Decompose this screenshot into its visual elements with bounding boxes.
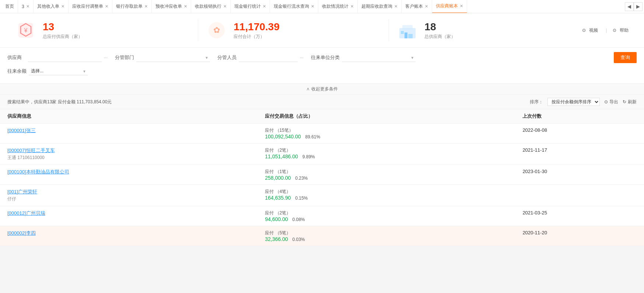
close-icon[interactable]: ✕ [425, 4, 428, 9]
nav-tab-other-income[interactable]: 其他收入单 ✕ [34, 0, 69, 13]
nav-tab-3[interactable]: 3 ✕ [18, 0, 34, 13]
filter-balance: 往来余额 选择... ▼ [7, 67, 88, 75]
supplier-contact: 王通 17106110000 [7, 155, 250, 161]
sort-select[interactable]: 按应付余额倒序排序 [547, 98, 600, 106]
refresh-button[interactable]: ↻ 刷新 [623, 99, 637, 105]
close-icon[interactable]: ✕ [223, 4, 227, 9]
tx-info-cell: 应付 （4笔）164,635.900.15% [258, 185, 515, 206]
tx-amount[interactable]: 94,600.00 [265, 216, 288, 222]
refresh-icon: ↻ [623, 99, 626, 104]
video-link[interactable]: ⊙ 视频 [582, 28, 600, 33]
payable-total-icon: ✿ [206, 19, 228, 41]
supplier-link[interactable]: [000012]广州贝瑞 [7, 210, 45, 216]
dept-select[interactable] [136, 54, 210, 62]
payable-total-number: 11,170.39 [234, 21, 280, 33]
nav-tab-supplier-ledger[interactable]: 供应商账本 ✕ [432, 0, 467, 13]
collapse-bar[interactable]: ∧ 收起更多条件 [0, 84, 644, 95]
nav-tab-customer-ledger[interactable]: 客户账本 ✕ [402, 0, 432, 13]
nav-tab-cash-bank-stat[interactable]: 现金银行统计 ✕ [231, 0, 270, 13]
last-payment-cell [515, 185, 644, 206]
tx-info-cell: 应付 （2笔）11,051,486.009.89% [258, 144, 515, 165]
tx-amount[interactable]: 11,051,486.00 [265, 154, 298, 159]
nav-next-button[interactable]: ▶ [634, 2, 643, 11]
tx-percent: 9.89% [302, 154, 315, 159]
tx-amount[interactable]: 258,000.00 [265, 175, 291, 181]
close-icon[interactable]: ✕ [144, 4, 148, 9]
nav-tab-adjustment[interactable]: 应收应付调整单 ✕ [69, 0, 112, 13]
export-icon: ⊙ [604, 99, 608, 104]
total-suppliers-label: 总供应商（家） [424, 34, 455, 40]
tx-amount[interactable]: 32,366.00 [265, 236, 288, 242]
nav-tab-bank-deposit[interactable]: 银行存取款单 ✕ [112, 0, 152, 13]
tx-percent: 0.23% [295, 176, 308, 181]
payable-suppliers-label: 总应付供应商（家） [43, 34, 83, 40]
tx-info-cell: 应付 （2笔）94,600.000.08% [258, 206, 515, 226]
svg-rect-8 [408, 34, 413, 38]
close-icon[interactable]: ✕ [105, 4, 108, 9]
nav-tab-cash-bank-flow[interactable]: 现金银行流水查询 ✕ [270, 0, 318, 13]
table-row: [001]广州荣轩仔仔应付 （4笔）164,635.900.15% [0, 185, 644, 206]
supplier-link[interactable]: [000100]本特勤油品有限公司 [7, 169, 69, 175]
data-table-wrapper: 供应商信息 应付交易信息（占比） 上次付数 [000001]张三应付 （15笔）… [0, 109, 644, 246]
supplier-info-cell: [000012]广州贝瑞 [0, 206, 258, 226]
col-tx-info: 应付交易信息（占比） [258, 109, 515, 124]
close-icon[interactable]: ✕ [311, 4, 314, 9]
person-label: 分管人员 [217, 54, 237, 61]
filter-supplier: 供应商 ··· [7, 54, 108, 62]
supplier-link[interactable]: [000001]张三 [7, 128, 36, 133]
filter-area: 供应商 ··· 分管部门 ▼ 分管人员 ··· 往来单位分类 [0, 48, 644, 84]
last-payment-cell: 2023-01-30 [515, 165, 644, 185]
sort-area: 排序： 按应付余额倒序排序 ⊙ 导出 ↻ 刷新 [530, 98, 637, 106]
supplier-dots[interactable]: ··· [104, 55, 108, 60]
nav-tab-payment-stat[interactable]: 收款情况统计 ✕ [318, 0, 358, 13]
filter-person: 分管人员 ··· [217, 54, 304, 62]
table-row: [000001]张三应付 （15笔）100,092,540.0089.61%20… [0, 124, 644, 144]
close-icon[interactable]: ✕ [184, 4, 187, 9]
supplier-label: 供应商 [7, 54, 26, 61]
tx-amount[interactable]: 100,092,540.00 [265, 134, 301, 139]
nav-tab-overdue[interactable]: 超期应收款查询 ✕ [358, 0, 402, 13]
top-navigation: 首页 3 ✕ 其他收入单 ✕ 应收应付调整单 ✕ 银行存取款单 ✕ 预收冲应收单… [0, 0, 644, 13]
nav-tab-home[interactable]: 首页 [1, 0, 18, 13]
supplier-link[interactable]: [001]广州荣轩 [7, 189, 37, 194]
category-select[interactable] [342, 54, 416, 62]
supplier-info-cell: [000100]本特勤油品有限公司 [0, 165, 258, 185]
nav-tab-payment[interactable]: 收款核销执行 ✕ [191, 0, 231, 13]
col-last-payment: 上次付数 [515, 109, 644, 124]
close-icon[interactable]: ✕ [26, 4, 29, 9]
supplier-table: 供应商信息 应付交易信息（占比） 上次付数 [000001]张三应付 （15笔）… [0, 109, 644, 246]
svg-text:✿: ✿ [213, 25, 220, 35]
close-icon[interactable]: ✕ [460, 4, 463, 8]
tx-label: 应付 （1笔） [265, 169, 291, 174]
filter-row-1: 供应商 ··· 分管部门 ▼ 分管人员 ··· 往来单位分类 [7, 52, 637, 63]
person-dots[interactable]: ··· [300, 55, 304, 60]
tx-amount[interactable]: 164,635.90 [265, 195, 291, 201]
close-icon[interactable]: ✕ [350, 4, 354, 9]
svg-text:¥: ¥ [24, 27, 28, 34]
help-link[interactable]: ⊙ 帮助 [613, 28, 631, 33]
balance-select[interactable]: 选择... [29, 67, 88, 75]
person-input[interactable] [239, 54, 298, 62]
tx-info-cell: 应付 （15笔）100,092,540.0089.61% [258, 124, 515, 144]
tx-percent: 0.08% [292, 217, 305, 222]
nav-prev-button[interactable]: ◀ [625, 2, 634, 11]
search-button[interactable]: 查询 [614, 52, 637, 63]
close-icon[interactable]: ✕ [61, 4, 64, 9]
payable-suppliers-icon: ¥ [15, 19, 37, 41]
table-row: [000012]广州贝瑞应付 （2笔）94,600.000.08%2021-03… [0, 206, 644, 226]
export-button[interactable]: ⊙ 导出 [604, 99, 618, 105]
close-icon[interactable]: ✕ [263, 4, 266, 9]
supplier-link[interactable]: [000007]恒旺二手叉车 [7, 148, 55, 153]
supplier-input[interactable] [28, 54, 102, 62]
close-icon[interactable]: ✕ [394, 4, 398, 9]
nav-tab-prepay[interactable]: 预收冲应收单 ✕ [152, 0, 191, 13]
supplier-info-cell: [000001]张三 [0, 124, 258, 144]
supplier-info-cell: [001]广州荣轩仔仔 [0, 185, 258, 206]
summary-card-payable-total: ✿ 11,170.39 应付合计（万） [198, 19, 389, 41]
filter-row-2: 往来余额 选择... ▼ [7, 67, 637, 75]
summary-card-payable-suppliers: ¥ 13 总应付供应商（家） [7, 19, 198, 41]
tx-percent: 0.15% [295, 196, 308, 201]
supplier-link[interactable]: [000002]李四 [7, 230, 36, 236]
last-payment-cell: 2021-11-17 [515, 144, 644, 165]
table-row: [000002]李四应付 （5笔）32,366.000.03%2020-11-2… [0, 226, 644, 246]
